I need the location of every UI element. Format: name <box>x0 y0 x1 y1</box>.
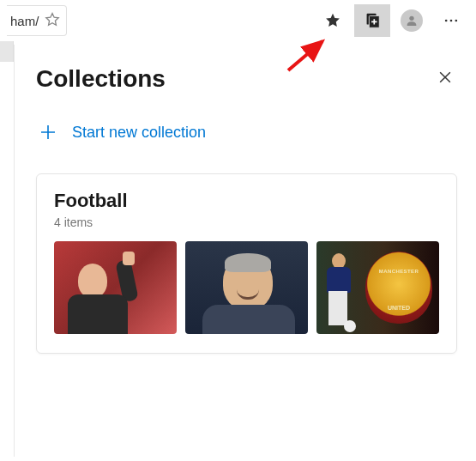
svg-point-3 <box>445 20 448 22</box>
svg-point-2 <box>409 16 413 21</box>
browser-toolbar: ham/ <box>0 0 476 41</box>
url-text: ham/ <box>10 14 39 28</box>
address-bar-fragment[interactable]: ham/ <box>7 5 67 36</box>
svg-point-4 <box>450 20 453 22</box>
star-outline-icon[interactable] <box>44 11 61 31</box>
panel-divider <box>14 45 15 457</box>
start-new-collection[interactable]: Start new collection <box>36 117 457 148</box>
thumbnail-3[interactable]: MANCHESTER UNITED <box>316 241 439 334</box>
profile-button[interactable] <box>394 4 430 37</box>
collection-count: 4 items <box>54 215 439 229</box>
collection-card[interactable]: Football 4 items MANCHESTER UNITED <box>36 173 457 354</box>
thumbnail-1[interactable] <box>54 241 177 334</box>
panel-header: Collections <box>36 65 457 93</box>
tabstrip-edge <box>0 41 14 62</box>
new-collection-label: Start new collection <box>72 124 206 142</box>
plus-icon <box>38 122 58 143</box>
favorites-button[interactable] <box>315 4 351 37</box>
close-button[interactable] <box>433 65 457 93</box>
avatar-icon <box>401 9 423 32</box>
panel-title: Collections <box>36 65 166 93</box>
svg-point-5 <box>455 20 458 22</box>
collections-button[interactable] <box>354 4 390 37</box>
thumbnail-2[interactable] <box>185 241 308 334</box>
club-crest: MANCHESTER UNITED <box>365 252 432 324</box>
collection-thumbnails: MANCHESTER UNITED <box>54 241 439 334</box>
more-button[interactable] <box>433 4 469 37</box>
collection-name: Football <box>54 190 439 212</box>
collections-panel: Collections Start new collection Footbal… <box>26 52 467 461</box>
